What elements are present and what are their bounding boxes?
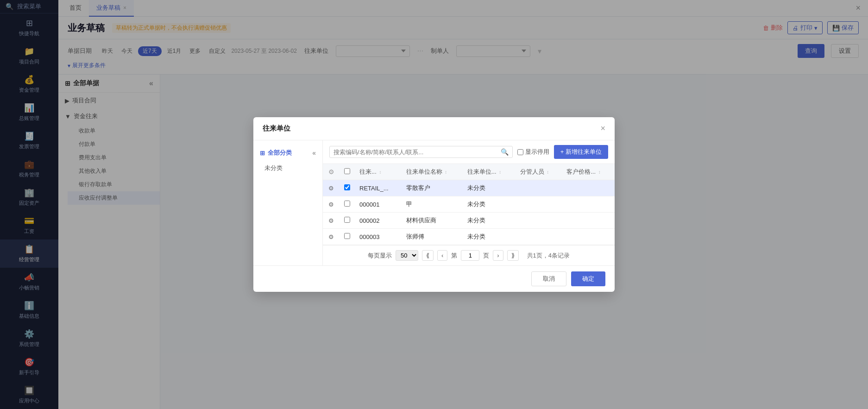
unclassified-cat-item[interactable]: 未分类 <box>253 161 322 176</box>
total-info: 共1页，4条记录 <box>527 252 570 260</box>
row-settings-cell: ⚙ <box>323 213 340 229</box>
page-prefix-label: 第 <box>451 252 457 260</box>
row-settings-cell: ⚙ <box>323 229 340 245</box>
th-settings[interactable]: ⚙ <box>323 164 340 180</box>
dialog-close-btn[interactable]: × <box>600 124 605 133</box>
dialog-footer: 取消 确定 <box>253 265 615 292</box>
row-code: 000003 <box>355 229 402 245</box>
row-manager <box>516 180 562 196</box>
search-input[interactable] <box>333 149 498 156</box>
row-code: 000001 <box>355 196 402 213</box>
row-name: 材料供应商 <box>402 213 463 229</box>
row-manager <box>516 229 562 245</box>
dialog-title: 往来单位 <box>263 124 290 133</box>
row-manager <box>516 213 562 229</box>
table-row[interactable]: ⚙ 000001 甲 未分类 <box>323 196 615 213</box>
page-suffix-label: 页 <box>483 252 489 260</box>
th-manager[interactable]: 分管人员 ↕ <box>516 164 562 180</box>
sort-icon: ↕ <box>379 170 381 175</box>
row-checkbox-cell[interactable] <box>340 180 355 196</box>
dialog-toolbar: 🔍 显示停用 + 新增往来单位 <box>323 140 615 164</box>
th-name[interactable]: 往来单位名称 ↕ <box>402 164 463 180</box>
row-checkbox[interactable] <box>344 184 350 190</box>
th-price[interactable]: 客户价格... ↕ <box>562 164 615 180</box>
confirm-button[interactable]: 确定 <box>571 271 605 286</box>
search-icon: 🔍 <box>501 148 509 156</box>
row-checkbox[interactable] <box>344 217 350 223</box>
row-checkbox[interactable] <box>344 201 350 207</box>
row-code: 000002 <box>355 213 402 229</box>
th-code[interactable]: 往来... ↕ <box>355 164 402 180</box>
row-checkbox-cell[interactable] <box>340 213 355 229</box>
dialog-categories: ⊞ 全部分类 « 未分类 <box>253 140 323 265</box>
first-page-btn[interactable]: ⟪ <box>422 250 434 261</box>
row-category: 未分类 <box>463 180 516 196</box>
row-price <box>562 180 615 196</box>
table-row[interactable]: ⚙ 000002 材料供应商 未分类 <box>323 213 615 229</box>
row-settings-cell: ⚙ <box>323 196 340 213</box>
row-checkbox-cell[interactable] <box>340 196 355 213</box>
all-categories-btn[interactable]: ⊞ 全部分类 « <box>253 145 322 161</box>
modal-overlay: 往来单位 × ⊞ 全部分类 « 未分类 <box>0 0 868 409</box>
row-price <box>562 229 615 245</box>
row-price <box>562 196 615 213</box>
row-name: 零散客户 <box>402 180 463 196</box>
sort-icon-price: ↕ <box>598 170 601 175</box>
page-number-input[interactable] <box>461 250 479 261</box>
next-page-btn[interactable]: › <box>493 250 503 261</box>
dialog-header: 往来单位 × <box>253 117 615 140</box>
sort-icon-cat: ↕ <box>499 170 501 175</box>
prev-page-btn[interactable]: ‹ <box>437 250 447 261</box>
row-name: 张师傅 <box>402 229 463 245</box>
row-checkbox[interactable] <box>344 233 350 239</box>
th-category[interactable]: 往来单位... ↕ <box>463 164 516 180</box>
row-manager <box>516 196 562 213</box>
table-row[interactable]: ⚙ 000003 张师傅 未分类 <box>323 229 615 245</box>
dialog-search-box[interactable]: 🔍 <box>329 146 513 158</box>
th-select-all[interactable] <box>340 164 355 180</box>
grid-cat-icon: ⊞ <box>260 150 265 157</box>
partner-dialog: 往来单位 × ⊞ 全部分类 « 未分类 <box>253 117 615 292</box>
row-category: 未分类 <box>463 196 516 213</box>
per-page-label: 每页显示 <box>368 252 392 260</box>
row-code: RETAIL_... <box>355 180 402 196</box>
row-category: 未分类 <box>463 213 516 229</box>
show-disabled-input[interactable] <box>517 149 523 155</box>
per-page-select[interactable]: 50 <box>396 250 418 261</box>
row-checkbox-cell[interactable] <box>340 229 355 245</box>
row-category: 未分类 <box>463 229 516 245</box>
sort-icon-mgr: ↕ <box>547 170 549 175</box>
last-page-btn[interactable]: ⟫ <box>507 250 519 261</box>
select-all-checkbox[interactable] <box>344 168 350 174</box>
dialog-body: ⊞ 全部分类 « 未分类 🔍 显示停用 <box>253 140 615 265</box>
dialog-table: ⚙ 往来... ↕ 往来单位名称 ↕ <box>323 164 615 245</box>
show-disabled-checkbox[interactable]: 显示停用 <box>517 148 549 156</box>
dialog-right: 🔍 显示停用 + 新增往来单位 ⚙ <box>323 140 615 265</box>
row-settings-cell: ⚙ <box>323 180 340 196</box>
table-row[interactable]: ⚙ RETAIL_... 零散客户 未分类 <box>323 180 615 196</box>
collapse-cat-btn[interactable]: « <box>312 149 316 157</box>
row-name: 甲 <box>402 196 463 213</box>
add-partner-button[interactable]: + 新增往来单位 <box>554 145 608 159</box>
row-price <box>562 213 615 229</box>
sort-icon-name: ↕ <box>445 170 447 175</box>
dialog-pagination: 每页显示 50 ⟪ ‹ 第 页 › ⟫ 共1页，4条记录 <box>323 245 615 265</box>
cancel-button[interactable]: 取消 <box>531 271 566 286</box>
